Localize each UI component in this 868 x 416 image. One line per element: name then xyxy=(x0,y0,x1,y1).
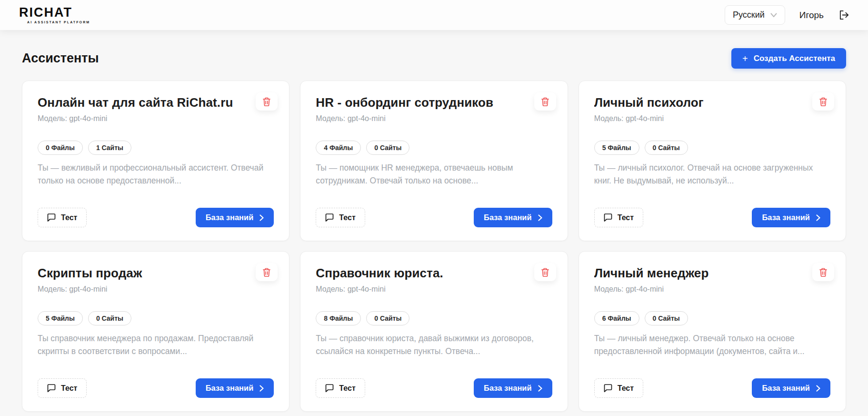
test-button[interactable]: Тест xyxy=(38,378,87,398)
assistant-model: Модель: gpt-4o-mini xyxy=(594,114,830,123)
chevron-right-icon xyxy=(259,385,264,392)
trash-icon xyxy=(819,97,828,106)
assistant-title: Справочник юриста. xyxy=(316,266,552,281)
files-badge: 0 Файлы xyxy=(38,141,83,155)
create-assistant-button[interactable]: + Создать Ассистента xyxy=(731,48,846,69)
card-footer: Тест База знаний xyxy=(38,208,274,227)
chevron-right-icon xyxy=(259,214,264,221)
test-button[interactable]: Тест xyxy=(316,208,365,227)
assistant-model: Модель: gpt-4o-mini xyxy=(316,285,552,294)
test-button[interactable]: Тест xyxy=(38,208,87,227)
assistant-model: Модель: gpt-4o-mini xyxy=(594,285,830,294)
chat-bubble-icon xyxy=(325,213,334,222)
knowledge-base-label: База знаний xyxy=(484,213,532,222)
logout-icon xyxy=(839,10,849,20)
knowledge-base-button[interactable]: База знаний xyxy=(196,208,274,227)
logout-button[interactable] xyxy=(838,9,850,21)
sites-badge: 0 Сайты xyxy=(366,311,409,325)
badges-row: 5 Файлы 0 Сайты xyxy=(38,311,274,325)
knowledge-base-button[interactable]: База знаний xyxy=(474,208,552,227)
delete-assistant-button[interactable] xyxy=(256,92,278,111)
test-button[interactable]: Тест xyxy=(594,378,643,398)
files-badge: 5 Файлы xyxy=(594,141,639,155)
chat-bubble-icon xyxy=(604,384,612,392)
page-title: Ассистенты xyxy=(22,51,99,66)
badges-row: 0 Файлы 1 Сайты xyxy=(38,141,274,155)
knowledge-base-label: База знаний xyxy=(206,384,254,393)
chat-bubble-icon xyxy=(47,213,56,222)
chevron-right-icon xyxy=(538,385,542,392)
assistant-model: Модель: gpt-4o-mini xyxy=(316,114,552,123)
delete-assistant-button[interactable] xyxy=(812,263,834,281)
card-footer: Тест База знаний xyxy=(594,208,830,227)
delete-assistant-button[interactable] xyxy=(534,92,556,111)
language-selector[interactable]: Русский xyxy=(725,5,785,25)
knowledge-base-label: База знаний xyxy=(762,213,810,222)
card-footer: Тест База знаний xyxy=(316,378,552,398)
app-logo[interactable]: RICHAT AI ASSISTANT PLATFORM xyxy=(19,6,90,24)
trash-icon xyxy=(262,97,271,106)
assistant-title: Онлайн чат для сайта RiChat.ru xyxy=(38,95,274,110)
sites-badge: 1 Сайты xyxy=(88,141,131,155)
assistant-model: Модель: gpt-4o-mini xyxy=(38,114,274,123)
knowledge-base-label: База знаний xyxy=(206,213,254,222)
sites-badge: 0 Сайты xyxy=(645,141,688,155)
test-button-label: Тест xyxy=(61,384,77,393)
test-button-label: Тест xyxy=(339,384,355,393)
chevron-right-icon xyxy=(538,214,542,221)
knowledge-base-button[interactable]: База знаний xyxy=(752,208,830,227)
assistant-title: Личный психолог xyxy=(594,95,830,110)
test-button-label: Тест xyxy=(618,384,634,393)
assistant-card: Личный психолог Модель: gpt-4o-mini 5 Фа… xyxy=(579,81,846,241)
chevron-right-icon xyxy=(816,385,820,392)
chat-bubble-icon xyxy=(47,384,56,392)
assistant-card: Скрипты продаж Модель: gpt-4o-mini 5 Фай… xyxy=(22,251,289,412)
assistant-title: Скрипты продаж xyxy=(38,266,274,281)
test-button[interactable]: Тест xyxy=(316,378,365,398)
files-badge: 5 Файлы xyxy=(38,311,83,325)
badges-row: 8 Файлы 0 Сайты xyxy=(316,311,552,325)
assistant-description: Ты — личный менеджер. Отвечай только на … xyxy=(594,332,830,357)
knowledge-base-button[interactable]: База знаний xyxy=(196,378,274,398)
test-button-label: Тест xyxy=(61,213,77,222)
files-badge: 6 Файлы xyxy=(594,311,639,325)
chevron-down-icon xyxy=(770,13,777,17)
assistant-description: Ты справочник менеджера по продажам. Пре… xyxy=(38,332,274,357)
files-badge: 4 Файлы xyxy=(316,141,361,155)
knowledge-base-button[interactable]: База знаний xyxy=(752,378,830,398)
test-button-label: Тест xyxy=(339,213,355,222)
delete-assistant-button[interactable] xyxy=(534,263,556,281)
assistant-card: Справочник юриста. Модель: gpt-4o-mini 8… xyxy=(300,251,568,412)
sites-badge: 0 Сайты xyxy=(645,311,688,325)
badges-row: 4 Файлы 0 Сайты xyxy=(316,141,552,155)
assistant-card: HR - онбординг сотрудников Модель: gpt-4… xyxy=(300,81,568,241)
plus-icon: + xyxy=(742,54,748,63)
app-header: RICHAT AI ASSISTANT PLATFORM Русский Иго… xyxy=(0,0,868,30)
card-footer: Тест База знаний xyxy=(594,378,830,398)
logo-title: RICHAT xyxy=(19,6,90,19)
test-button[interactable]: Тест xyxy=(594,208,643,227)
trash-icon xyxy=(262,268,271,277)
delete-assistant-button[interactable] xyxy=(812,92,834,111)
assistant-title: Личный менеджер xyxy=(594,266,830,281)
test-button-label: Тест xyxy=(618,213,634,222)
badges-row: 5 Файлы 0 Сайты xyxy=(594,141,830,155)
page-head: Ассистенты + Создать Ассистента xyxy=(22,48,846,69)
assistant-card: Онлайн чат для сайта RiChat.ru Модель: g… xyxy=(22,81,289,241)
knowledge-base-button[interactable]: База знаний xyxy=(474,378,552,398)
create-assistant-label: Создать Ассистента xyxy=(754,54,835,63)
chat-bubble-icon xyxy=(325,384,334,392)
knowledge-base-label: База знаний xyxy=(484,384,532,393)
card-footer: Тест База знаний xyxy=(316,208,552,227)
assistant-description: Ты — помощник HR менеджера, отвечаешь но… xyxy=(316,162,552,187)
knowledge-base-label: База знаний xyxy=(762,384,810,393)
sites-badge: 0 Сайты xyxy=(366,141,409,155)
trash-icon xyxy=(819,268,828,277)
assistant-title: HR - онбординг сотрудников xyxy=(316,95,552,110)
username-label: Игорь xyxy=(799,10,824,20)
assistant-card: Личный менеджер Модель: gpt-4o-mini 6 Фа… xyxy=(579,251,846,412)
delete-assistant-button[interactable] xyxy=(256,263,278,281)
badges-row: 6 Файлы 0 Сайты xyxy=(594,311,830,325)
trash-icon xyxy=(541,97,549,106)
assistants-grid: Онлайн чат для сайта RiChat.ru Модель: g… xyxy=(22,81,846,412)
